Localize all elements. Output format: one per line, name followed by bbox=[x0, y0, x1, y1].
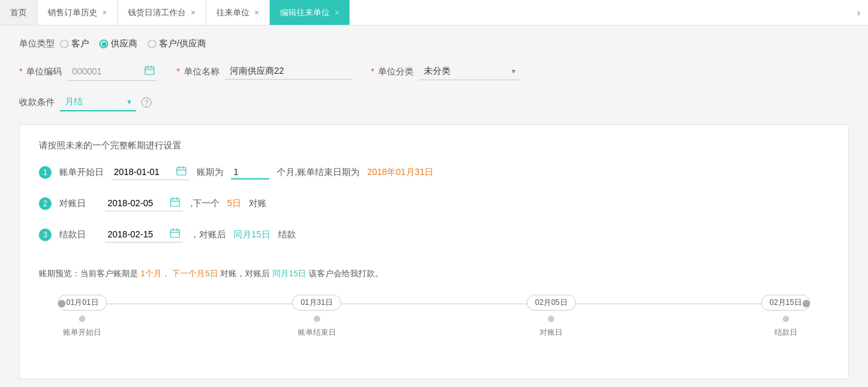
svg-rect-0 bbox=[145, 67, 154, 74]
help-icon[interactable]: ? bbox=[141, 97, 151, 108]
timeline-badge-3: 02月05日 bbox=[527, 295, 576, 311]
tab-home[interactable]: 首页 bbox=[0, 0, 38, 25]
period-row-2: 2 对账日 ,下一个 5日 对账 bbox=[39, 195, 829, 211]
timeline-point-2: 01月31日 账单结束日 bbox=[292, 295, 341, 338]
period-num-2: 2 bbox=[39, 197, 52, 210]
unit-name-label: * 单位名称 bbox=[176, 66, 219, 78]
unit-type-field: 单位类型 客户 供应商 客户/供应商 bbox=[19, 38, 206, 50]
period-num-1: 1 bbox=[39, 166, 52, 179]
svg-rect-4 bbox=[177, 167, 186, 175]
unit-code-label: * 单位编码 bbox=[19, 66, 62, 78]
unit-category-field: * 单位分类 未分类 ▾ bbox=[371, 63, 521, 80]
radio-customer[interactable]: 客户 bbox=[60, 38, 89, 50]
radio-customer-circle bbox=[60, 39, 69, 48]
timeline-badge-2: 01月31日 bbox=[292, 295, 341, 311]
payment-select[interactable]: 月结 ▾ bbox=[60, 94, 136, 111]
tab-arrow[interactable]: › bbox=[850, 0, 868, 25]
preview-end: 该客户会给我打款。 bbox=[309, 269, 383, 278]
reconcile-prefix: ,下一个 bbox=[190, 198, 220, 209]
unit-category-select[interactable]: 未分类 ▾ bbox=[419, 63, 521, 80]
timeline-label-2: 账单结束日 bbox=[298, 327, 336, 338]
unit-info-row: * 单位编码 * 单位名称 * 单位分类 未分类 bbox=[19, 62, 849, 81]
payment-suffix: 结款 bbox=[278, 229, 296, 241]
timeline-start-dot bbox=[58, 300, 66, 307]
payment-date-wrap bbox=[105, 227, 183, 243]
unit-code-input-wrap bbox=[67, 62, 157, 81]
svg-rect-12 bbox=[171, 230, 179, 237]
timeline-dot-2 bbox=[314, 316, 320, 322]
timeline-end-dot bbox=[802, 300, 810, 307]
unit-name-input[interactable] bbox=[225, 64, 352, 80]
radio-customer-label: 客户 bbox=[71, 38, 89, 50]
unit-type-label: 单位类型 bbox=[19, 38, 55, 50]
radio-supplier-label: 供应商 bbox=[111, 38, 137, 50]
unit-code-field: * 单位编码 bbox=[19, 62, 157, 81]
radio-supplier-circle bbox=[99, 39, 108, 48]
months-wrap bbox=[231, 165, 269, 179]
preview-label: 账期预览：当前客户账期是 bbox=[39, 269, 138, 278]
payment-date-cal-icon[interactable] bbox=[170, 228, 180, 241]
settings-card: 请按照未来的一个完整帐期进行设置 1 账单开始日 账期为 个月,账单结束日期为 … bbox=[19, 124, 849, 379]
timeline-label-3: 对账日 bbox=[540, 327, 563, 338]
payment-value: 月结 bbox=[65, 96, 127, 108]
tab-cash-work[interactable]: 钱货日清工作台 × bbox=[118, 0, 206, 25]
payment-arrow: ▾ bbox=[127, 97, 131, 106]
timeline-label-4: 结款日 bbox=[774, 327, 797, 338]
unit-category-label: * 单位分类 bbox=[371, 66, 414, 78]
timeline-point-3: 02月05日 对账日 bbox=[527, 295, 576, 338]
timeline-container: 01月01日 账单开始日 01月31日 账单结束日 02月05日 bbox=[39, 295, 829, 363]
tab-edit-partner[interactable]: 编辑往来单位 × bbox=[270, 0, 350, 25]
tab-edit-partner-close[interactable]: × bbox=[335, 8, 339, 17]
preview-text: 账期预览：当前客户账期是 1个月， 下一个月5日 对账，对账后 同月15日 该客… bbox=[39, 268, 829, 279]
start-date-cal-icon[interactable] bbox=[176, 165, 186, 178]
payment-date-input[interactable] bbox=[108, 229, 165, 239]
preview-part3: 同月15日 bbox=[272, 269, 306, 278]
period-num-3: 3 bbox=[39, 229, 52, 241]
timeline-dot-1 bbox=[79, 316, 85, 322]
reconcile-day-highlight: 5日 bbox=[227, 198, 241, 209]
period-label-1: 账单开始日 bbox=[59, 167, 104, 178]
unit-code-input[interactable] bbox=[72, 66, 142, 76]
timeline-dot-3 bbox=[548, 316, 554, 322]
start-date-input[interactable] bbox=[114, 167, 171, 177]
reconcile-suffix: 对账 bbox=[249, 198, 267, 209]
payment-prefix: ，对账后 bbox=[190, 229, 226, 241]
unit-name-field: * 单位名称 bbox=[176, 64, 351, 80]
timeline-label-1: 账单开始日 bbox=[63, 327, 101, 338]
payment-day-highlight: 同月15日 bbox=[234, 229, 270, 241]
main-content: 单位类型 客户 供应商 客户/供应商 * 单位编码 bbox=[0, 25, 868, 387]
radio-supplier[interactable]: 供应商 bbox=[99, 38, 137, 50]
preview-part1: 1个月， bbox=[141, 269, 170, 278]
tab-partner[interactable]: 往来单位 × bbox=[206, 0, 270, 25]
tab-sales-history[interactable]: 销售订单历史 × bbox=[38, 0, 118, 25]
months-input[interactable] bbox=[231, 165, 269, 179]
radio-both-label: 客户/供应商 bbox=[159, 38, 206, 50]
unit-code-icon[interactable] bbox=[144, 65, 155, 78]
preview-middle: 对账，对账后 bbox=[220, 269, 270, 278]
radio-both-circle bbox=[148, 39, 157, 48]
period-months-suffix: 个月,账单结束日期为 bbox=[277, 167, 360, 178]
unit-type-radio-group: 客户 供应商 客户/供应商 bbox=[60, 38, 206, 50]
period-label-2: 对账日 bbox=[59, 198, 97, 209]
end-date-highlight: 2018年01月31日 bbox=[367, 167, 433, 178]
tab-cash-work-close[interactable]: × bbox=[191, 8, 195, 17]
tab-partner-close[interactable]: × bbox=[255, 8, 259, 17]
timeline-dot-4 bbox=[783, 316, 789, 322]
tab-bar: 首页 销售订单历史 × 钱货日清工作台 × 往来单位 × 编辑往来单位 × › bbox=[0, 0, 868, 25]
unit-category-value: 未分类 bbox=[424, 66, 512, 77]
radio-both[interactable]: 客户/供应商 bbox=[148, 38, 206, 50]
card-intro: 请按照未来的一个完整帐期进行设置 bbox=[39, 140, 829, 151]
period-row-3: 3 结款日 ，对账后 同月15日 结款 bbox=[39, 227, 829, 243]
period-suffix-1: 账期为 bbox=[197, 167, 223, 178]
unit-type-row: 单位类型 客户 供应商 客户/供应商 bbox=[19, 38, 849, 50]
payment-label: 收款条件 bbox=[19, 97, 55, 108]
period-row-1: 1 账单开始日 账期为 个月,账单结束日期为 2018年01月31日 bbox=[39, 164, 829, 180]
start-date-wrap bbox=[111, 164, 189, 180]
payment-field: 收款条件 月结 ▾ ? bbox=[19, 94, 151, 111]
reconcile-date-cal-icon[interactable] bbox=[170, 197, 180, 209]
preview-part2: 下一个月5日 bbox=[172, 269, 218, 278]
reconcile-date-input[interactable] bbox=[108, 198, 165, 208]
svg-rect-8 bbox=[171, 199, 179, 206]
unit-category-arrow: ▾ bbox=[512, 67, 515, 76]
tab-sales-history-close[interactable]: × bbox=[102, 8, 107, 17]
